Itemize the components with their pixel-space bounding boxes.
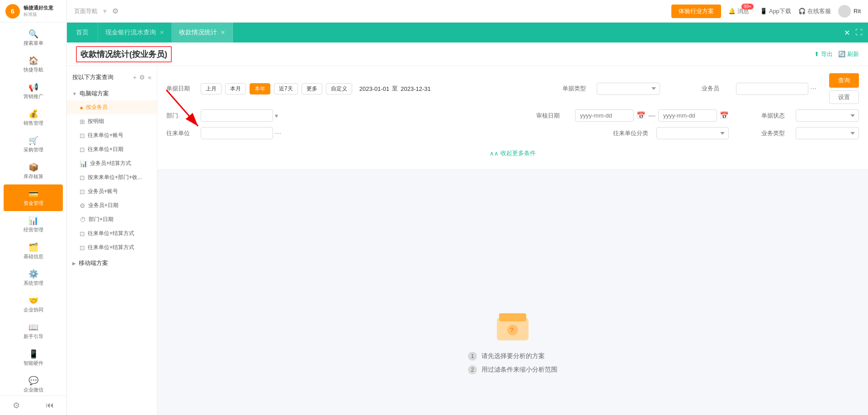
sidebar-item-capital[interactable]: 💳 资金管理	[4, 184, 63, 211]
sidebar-item-purchase[interactable]: 🛒 采购管理	[0, 131, 66, 158]
notification-area[interactable]: 🔔 消息 99+	[728, 7, 749, 15]
collapse-btn[interactable]: ∧∧ 收起更多条件	[490, 149, 536, 157]
scheme-item-cp-settlement[interactable]: ⊡ 往来单位+结算方式	[67, 226, 157, 241]
counterparty-more-icon[interactable]: ⋯	[275, 130, 281, 137]
tab-bar-right: ✕ ⛶	[844, 28, 868, 37]
trial-btn[interactable]: 体验行业方案	[671, 5, 721, 18]
sidebar-item-quick-nav[interactable]: 🏠 快捷导航	[0, 51, 66, 78]
tab-fullscreen-icon[interactable]: ⛶	[855, 28, 863, 37]
desktop-group-label: 电脑端方案	[80, 90, 109, 98]
sidebar-item-hardware[interactable]: 📱 智能硬件	[0, 344, 66, 371]
scheme-add-icon[interactable]: +	[133, 74, 137, 81]
this-year-btn[interactable]: 本年	[250, 83, 270, 94]
sidebar-item-inventory[interactable]: 📦 库存核算	[0, 158, 66, 184]
refresh-label: 刷新	[847, 50, 859, 58]
online-service-label: 在线客服	[807, 7, 831, 15]
empty-illustration: ?	[490, 307, 535, 343]
last7days-btn[interactable]: 近7天	[274, 83, 298, 94]
scheme-item-cp-settlement2[interactable]: ⊡ 往来单位+结算方式	[67, 241, 157, 255]
scheme-item-by-detail[interactable]: ⊞ 按明细	[67, 114, 157, 128]
sidebar-item-search[interactable]: 🔍 搜索菜单	[0, 24, 66, 51]
refresh-btn[interactable]: 🔄 刷新	[838, 50, 859, 58]
date-range-display: 2023-01-01 至 2023-12-31	[359, 85, 431, 93]
voucher-status-select[interactable]	[796, 109, 859, 122]
dept-more-icon[interactable]: ▾	[275, 112, 278, 119]
header-left: 页面导航 ▾ ⚙	[74, 7, 118, 15]
cal-icon-to[interactable]: 📅	[720, 111, 729, 120]
sidebar-item-enterprise[interactable]: 🤝 企业协同	[0, 291, 66, 318]
refresh-icon: 🔄	[838, 51, 845, 57]
phone-icon: 📱	[760, 8, 767, 14]
breadcrumb-separator: ▾	[103, 7, 107, 15]
sp-account-icon: ⊡	[80, 188, 85, 195]
collapse-sidebar-icon[interactable]: ⏮	[46, 401, 54, 410]
breadcrumb: 页面导航	[74, 7, 98, 15]
filter-row-1: 单据日期 上月 本月 本年 近7天 更多 自定义 2023-01-01 至	[166, 73, 859, 104]
sidebar-item-system[interactable]: ⚙️ 系统管理	[0, 264, 66, 291]
scheme-header: 按以下方案查询 + ⚙ «	[67, 70, 157, 85]
counterparty-category-select[interactable]	[656, 127, 729, 139]
app-download-area[interactable]: 📱 App下载	[760, 7, 791, 15]
hardware-icon: 📱	[28, 349, 38, 359]
sidebar-item-guide[interactable]: 📖 新手引导	[0, 318, 66, 344]
sidebar-item-sales[interactable]: 💰 销售管理	[0, 104, 66, 131]
last-month-btn[interactable]: 上月	[201, 83, 222, 94]
scheme-group-mobile-header[interactable]: ▶ 移动端方案	[67, 256, 157, 270]
settings-btn[interactable]: 设置	[829, 90, 859, 104]
date-quick-btns: 上月 本月 本年 近7天 更多 自定义	[201, 83, 352, 94]
this-month-btn[interactable]: 本月	[225, 83, 246, 94]
sidebar-item-marketing[interactable]: 📢 营销推广	[0, 78, 66, 104]
scheme-item-by-salesperson[interactable]: ● 按业务员	[67, 100, 157, 114]
counterparty-category-label: 往来单位分类	[613, 129, 649, 137]
counterparty-input[interactable]	[201, 127, 273, 139]
tab-close-all-icon[interactable]: ✕	[844, 28, 850, 37]
capital-icon: 💳	[28, 189, 38, 199]
salesperson-scheme-label: 按业务员	[86, 104, 108, 111]
online-service-area[interactable]: 🎧 在线客服	[798, 7, 831, 15]
scheme-item-counterparty-date[interactable]: ⊡ 往来单位+日期	[67, 142, 157, 156]
more-date-btn[interactable]: 更多	[302, 83, 322, 94]
export-btn[interactable]: ⬆ 导出	[814, 50, 833, 58]
tab-collection-stats-close-icon[interactable]: ✕	[221, 29, 225, 36]
empty-state-area: ? 1 请先选择要分析的方案 2 用过滤条件来缩小分析范围	[157, 170, 868, 415]
sp-settlement-label: 业务员+结算方式	[90, 160, 131, 167]
query-btn[interactable]: 查询	[829, 73, 859, 88]
scheme-item-dept-date[interactable]: ⏱ 部门+日期	[67, 212, 157, 226]
salesperson-input[interactable]	[736, 83, 808, 95]
audit-date-from-input[interactable]	[575, 109, 634, 122]
sidebar-item-wechat[interactable]: 💬 企业微信	[0, 371, 66, 396]
scheme-group-desktop-header[interactable]: ▼ 电脑端方案	[67, 87, 157, 100]
scheme-item-salesperson-settlement[interactable]: 📊 业务员+结算方式	[67, 156, 157, 170]
service-icon: 🎧	[798, 8, 806, 14]
scheme-collapse-icon[interactable]: «	[148, 74, 151, 81]
tab-collection-stats[interactable]: 收款情况统计 ✕	[172, 23, 233, 42]
tab-bank-flow-close-icon[interactable]: ✕	[160, 29, 164, 36]
sidebar-item-base[interactable]: 🗂️ 基础信息	[0, 238, 66, 264]
sidebar-item-operation[interactable]: 📊 经营管理	[0, 211, 66, 238]
salesperson-more-icon[interactable]: ⋯	[810, 85, 816, 92]
tab-home[interactable]: 首页	[67, 23, 98, 42]
audit-date-to-input[interactable]	[658, 109, 717, 122]
tab-bank-flow[interactable]: 现金银行流水查询 ✕	[98, 23, 172, 42]
scheme-item-counterparty-account[interactable]: ⊡ 往来单位+账号	[67, 128, 157, 142]
cal-icon-from[interactable]: 📅	[637, 111, 646, 120]
dept-input[interactable]	[201, 109, 273, 122]
scheme-item-counterparty-dept[interactable]: ⊡ 按来来单位+部门+收...	[67, 170, 157, 184]
query-actions: 查询 设置	[829, 73, 859, 104]
scheme-item-salesperson-account[interactable]: ⊡ 业务员+账号	[67, 184, 157, 198]
voucher-type-select[interactable]	[597, 83, 660, 95]
detail-scheme-icon: ⊞	[80, 118, 85, 125]
empty-step-1: 1 请先选择要分析的方案	[468, 352, 557, 361]
step-2-text: 用过滤条件来缩小分析范围	[481, 366, 557, 374]
sp-settlement-icon: 📊	[80, 160, 87, 167]
filter-row-2: 部门 ▾ 审核日期 📅 — 📅	[166, 109, 859, 122]
scheme-item-salesperson-date[interactable]: ⚙ 业务员+日期	[67, 198, 157, 212]
enterprise-icon: 🤝	[28, 296, 38, 306]
custom-date-btn[interactable]: 自定义	[326, 83, 352, 94]
business-type-select[interactable]	[796, 127, 859, 139]
settings-gear-icon[interactable]: ⚙	[112, 7, 118, 15]
tab-collection-stats-label: 收款情况统计	[179, 28, 217, 37]
scheme-settings-icon[interactable]: ⚙	[139, 74, 145, 81]
settings-bottom-icon[interactable]: ⚙	[13, 401, 20, 410]
dept-date-icon: ⏱	[80, 216, 86, 223]
